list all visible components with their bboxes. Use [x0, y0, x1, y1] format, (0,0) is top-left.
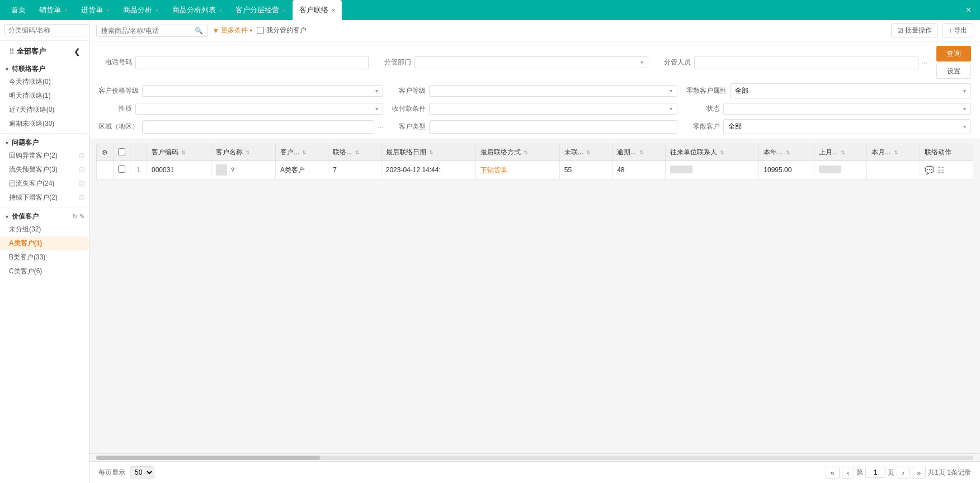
category-search-input[interactable]	[4, 24, 89, 36]
filter-nature-select[interactable]: ▾	[135, 103, 383, 115]
table-header-last-date[interactable]: 最后联络日期 ⇅	[381, 144, 475, 161]
row-year-amount: 10995.00	[759, 161, 814, 179]
more-options-icon[interactable]: ···	[922, 59, 927, 67]
filter-retail-customer-select[interactable]: 全部 ▾	[723, 119, 971, 134]
last-method-link[interactable]: 下销货单	[480, 166, 507, 174]
more-filters-button[interactable]: ▼ 更多条件 ▾	[213, 26, 252, 35]
table-header-last-method[interactable]: 最后联络方式 ⇅	[475, 144, 559, 161]
close-all-button[interactable]: ×	[962, 5, 976, 15]
search-input[interactable]	[101, 27, 192, 35]
filter-payment-select[interactable]: ▾	[429, 103, 677, 115]
filter-price-level-select[interactable]: ▾	[142, 85, 383, 97]
sidebar-item-churn-warning[interactable]: 流失预警客户(3) ⓘ	[0, 163, 89, 177]
sidebar-item-declining[interactable]: 持续下滑客户(2) ⓘ	[0, 191, 89, 205]
mine-only-checkbox[interactable]	[257, 27, 264, 34]
prev-page-button[interactable]: ‹	[842, 467, 854, 479]
nav-customer-tier[interactable]: 客户分层经营 ×	[229, 0, 293, 20]
select-all-checkbox[interactable]	[118, 148, 125, 155]
filter-customer-level-select[interactable]: ▾	[429, 85, 677, 97]
filter-dept-select[interactable]: ▾	[414, 56, 648, 68]
chevron-down-icon: ▾	[670, 106, 672, 112]
nav-purchase-order[interactable]: 进货单 ×	[74, 0, 116, 20]
table-header-contacts[interactable]: 往来单位联系人 ⇅	[665, 144, 759, 161]
filter-retail-attr-select[interactable]: 全部 ▾	[730, 83, 971, 98]
close-icon[interactable]: ×	[282, 7, 286, 13]
per-page-select[interactable]: 50	[130, 466, 154, 479]
nav-sales-order[interactable]: 销货单 ×	[32, 0, 74, 20]
sidebar-item-today[interactable]: 今天待联络(0)	[0, 75, 89, 89]
refresh-icon[interactable]: ↻	[72, 213, 77, 220]
nav-home[interactable]: 首页	[4, 0, 32, 20]
scroll-track[interactable]	[96, 456, 973, 460]
chevron-down-icon: ▾	[670, 88, 672, 94]
sidebar-group-problem-label[interactable]: ▼ 问题客户	[0, 136, 89, 149]
search-icon[interactable]: 🔍	[195, 27, 203, 35]
filter-region-input[interactable]	[142, 120, 374, 134]
next-page-button[interactable]: ›	[897, 467, 909, 479]
filter-manager-label: 分管人员	[657, 58, 691, 67]
table-header-check[interactable]	[114, 144, 130, 161]
page-input[interactable]	[865, 467, 885, 478]
close-icon[interactable]: ×	[156, 7, 159, 13]
row-code[interactable]: 000031	[147, 161, 211, 179]
sidebar-item-overdue[interactable]: 逾期未联络(30)	[0, 117, 89, 131]
more-options-icon[interactable]: ···	[378, 123, 383, 131]
sidebar-item-churned[interactable]: 已流失客户(24) ⓘ	[0, 177, 89, 191]
contact-action-icon[interactable]: 💬	[925, 165, 934, 174]
filter-manager-input[interactable]	[694, 56, 918, 69]
table-header-name[interactable]: 客户名称 ⇅	[211, 144, 275, 161]
row-level: A类客户	[275, 161, 328, 179]
mine-only-checkbox-label[interactable]: 我分管的客户	[257, 26, 307, 35]
filter-status-select[interactable]: ▾	[723, 103, 971, 115]
sidebar-group-pending-label[interactable]: ▼ 待联络客户	[0, 62, 89, 75]
close-icon[interactable]: ×	[64, 7, 68, 13]
search-button[interactable]: 查询	[936, 46, 971, 61]
info-icon: ⓘ	[79, 180, 84, 188]
table-header-level[interactable]: 客户... ⇅	[275, 144, 328, 161]
filter-phone-input[interactable]	[135, 56, 369, 69]
first-page-button[interactable]: «	[826, 467, 840, 479]
batch-operation-button[interactable]: ☑ 批量操作	[891, 23, 938, 37]
sidebar-group-value-label[interactable]: ▼ 价值客户 ↻ ✎	[0, 210, 89, 222]
filter-customer-type: 客户类型	[392, 120, 677, 134]
nav-product-analysis-list[interactable]: 商品分析列表 ×	[166, 0, 229, 20]
last-page-button[interactable]: »	[912, 467, 926, 479]
expand-arrow-icon: ▼	[4, 214, 10, 220]
horizontal-scrollbar[interactable]	[89, 453, 980, 461]
table-header-last-month[interactable]: 上月... ⇅	[814, 144, 866, 161]
sidebar-item-tomorrow[interactable]: 明天待联络(1)	[0, 89, 89, 103]
table-header-uncontact[interactable]: 未联... ⇅	[559, 144, 612, 161]
table-header-code[interactable]: 客户编码 ⇅	[147, 144, 211, 161]
nav-product-analysis[interactable]: 商品分析 ×	[116, 0, 166, 20]
setting-button[interactable]: 设置	[936, 64, 971, 79]
row-checkbox[interactable]	[118, 165, 125, 173]
sidebar-item-class-b[interactable]: B类客户(33)	[0, 250, 89, 264]
table-header-contact-count[interactable]: 联络... ⇅	[328, 144, 381, 161]
scroll-thumb[interactable]	[96, 456, 320, 460]
close-icon[interactable]: ×	[106, 7, 110, 13]
sort-icon: ⇅	[639, 150, 644, 155]
row-check[interactable]	[114, 161, 130, 179]
sidebar-item-class-a[interactable]: A类客户(1)	[0, 236, 89, 250]
filter-customer-type-input[interactable]	[429, 120, 677, 134]
search-box[interactable]: 🔍	[96, 25, 208, 37]
table-header-overdue[interactable]: 逾期... ⇅	[613, 144, 665, 161]
table-header-gear[interactable]: ⚙	[97, 144, 114, 161]
filter-row-2: 客户价格等级 ▾ 客户等级 ▾ 零散客户属性 全部	[98, 83, 971, 98]
more-action-icon[interactable]: ☷	[937, 165, 945, 174]
sidebar-all-customers-label[interactable]: ⠿ 全部客户 ❮	[4, 43, 84, 60]
edit-icon[interactable]: ✎	[79, 213, 84, 220]
last-month-placeholder	[819, 165, 841, 173]
sidebar-item-week[interactable]: 近7天待联络(0)	[0, 103, 89, 117]
close-icon[interactable]: ×	[219, 7, 223, 13]
sidebar-item-ungrouped[interactable]: 未分组(32)	[0, 222, 89, 236]
table-header-year-amount[interactable]: 本年... ⇅	[759, 144, 814, 161]
filter-row-4: 区域（地区） ··· 客户类型 零散客户 全部 ▾	[98, 119, 971, 134]
nav-customer-contact[interactable]: 客户联络 ×	[293, 0, 342, 20]
sidebar-item-repurchase-abnormal[interactable]: 回购异常客户(2) ⓘ	[0, 149, 89, 163]
sidebar-item-class-c[interactable]: C类客户(6)	[0, 264, 89, 278]
close-icon[interactable]: ×	[332, 7, 335, 13]
row-last-method[interactable]: 下销货单	[475, 161, 559, 179]
export-button[interactable]: ↑ 导出	[943, 23, 973, 37]
table-header-this-month[interactable]: 本月... ⇅	[867, 144, 920, 161]
